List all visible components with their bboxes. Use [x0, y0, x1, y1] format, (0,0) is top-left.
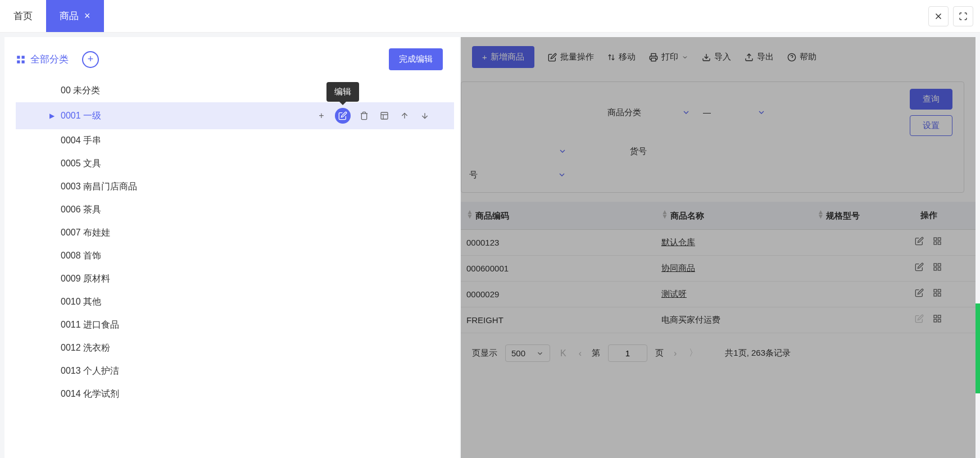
tree-item[interactable]: 0010 其他 — [16, 291, 454, 314]
grid-icon — [16, 55, 26, 65]
tree-item-label: 0004 手串 — [61, 135, 101, 147]
tree-item-label: 0012 洗衣粉 — [61, 342, 110, 354]
tree-item[interactable]: 0005 文具 — [16, 152, 454, 175]
button-label: 完成编辑 — [399, 54, 433, 65]
close-all-button[interactable] — [928, 6, 949, 26]
tree-item[interactable]: 0007 布娃娃 — [16, 221, 454, 244]
tree-item[interactable]: 0006 茶具 — [16, 198, 454, 221]
close-icon[interactable]: × — [84, 10, 90, 22]
tree-item-label: 0005 文具 — [61, 158, 101, 170]
main-area: + 新增商品 批量操作 移动 打印 导入 导出 — [0, 33, 980, 458]
tree-item-label: 0006 茶具 — [61, 204, 101, 216]
panel-header: 全部分类 + 完成编辑 — [16, 48, 460, 70]
tree-item-label: 0001 一级 — [61, 110, 101, 122]
tree-item-label: 0011 进口食品 — [61, 319, 119, 331]
fullscreen-icon — [959, 12, 968, 21]
tab-home[interactable]: 首页 — [0, 0, 46, 32]
tab-label: 首页 — [13, 10, 33, 22]
tree-item-label: 0003 南昌门店商品 — [61, 181, 137, 193]
svg-rect-27 — [17, 60, 20, 63]
svg-rect-26 — [22, 56, 25, 58]
tabs-bar: 首页 商品 × — [0, 0, 980, 33]
all-categories-link[interactable]: 全部分类 — [16, 53, 69, 66]
tree-item-label: 0008 首饰 — [61, 250, 101, 262]
svg-rect-29 — [381, 112, 388, 119]
page-scrollbar[interactable] — [976, 303, 980, 393]
tabs-right — [928, 0, 980, 32]
product-list-panel: + 新增商品 批量操作 移动 打印 导入 导出 — [461, 37, 976, 458]
tree-item-label: 0007 布娃娃 — [61, 227, 110, 239]
tree-item-label: 00 未分类 — [61, 85, 100, 97]
add-category-button[interactable]: + — [82, 51, 99, 68]
tree-item[interactable]: 00 未分类 — [16, 79, 454, 102]
tree-item[interactable]: 0013 个人护洁 — [16, 360, 454, 383]
tree-item[interactable]: 0004 手串 — [16, 129, 454, 152]
tree-item[interactable]: 0008 首饰 — [16, 244, 454, 267]
edit-button[interactable]: 编辑 — [335, 108, 351, 124]
tree-item-label: 0010 其他 — [61, 296, 101, 308]
tree-item-label: 0014 化学试剂 — [61, 388, 119, 400]
plus-icon: + — [88, 53, 94, 65]
tree-item-label: 0009 原材料 — [61, 273, 110, 285]
fullscreen-button[interactable] — [953, 6, 973, 26]
tree-item[interactable]: 0012 洗衣粉 — [16, 337, 454, 360]
move-up-button[interactable] — [398, 109, 411, 123]
grid-button[interactable] — [378, 109, 391, 123]
tree-item[interactable]: 0009 原材料 — [16, 267, 454, 291]
delete-button[interactable] — [357, 109, 371, 123]
tree-item[interactable]: 0003 南昌门店商品 — [16, 175, 454, 198]
move-down-button[interactable] — [418, 109, 432, 123]
tree-item[interactable]: ▶0001 一级+编辑 — [16, 102, 454, 129]
tree-item[interactable]: 0011 进口食品 — [16, 314, 454, 337]
tab-product[interactable]: 商品 × — [46, 0, 104, 32]
tree-item-label: 0013 个人护洁 — [61, 365, 119, 377]
tree-item[interactable]: 0014 化学试剂 — [16, 383, 454, 406]
all-categories-label: 全部分类 — [30, 53, 69, 66]
category-panel: 全部分类 + 完成编辑 00 未分类▶0001 一级+编辑0004 手串0005… — [4, 37, 460, 458]
category-tree[interactable]: 00 未分类▶0001 一级+编辑0004 手串0005 文具0003 南昌门店… — [16, 79, 460, 455]
expand-icon[interactable]: ▶ — [49, 112, 55, 120]
finish-edit-button[interactable]: 完成编辑 — [389, 48, 443, 70]
modal-dim-overlay[interactable] — [461, 37, 976, 458]
add-child-button[interactable]: + — [315, 109, 328, 123]
tree-actions: +编辑 — [315, 108, 448, 124]
x-icon — [933, 11, 943, 21]
tooltip: 编辑 — [326, 82, 359, 102]
svg-rect-25 — [17, 56, 20, 58]
tab-label: 商品 — [60, 10, 79, 22]
svg-rect-28 — [22, 60, 25, 63]
